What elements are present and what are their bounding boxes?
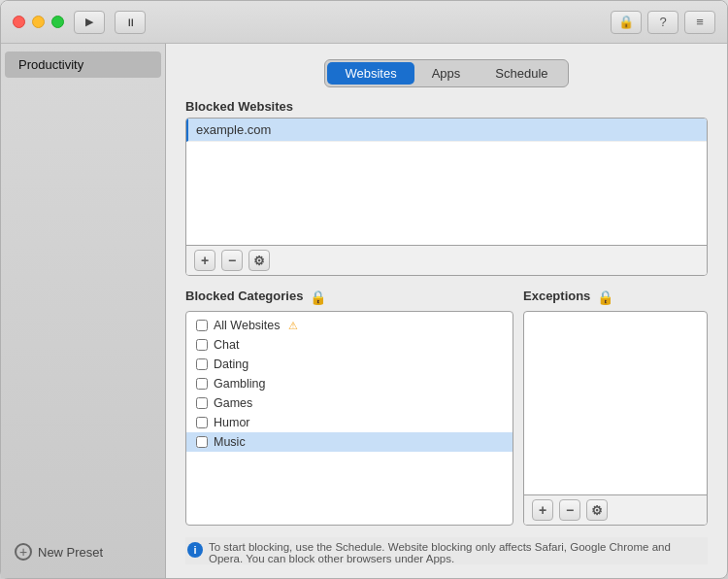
exceptions-section: Exceptions 🔒 + − ⚙ [523,288,708,526]
content-area: Websites Apps Schedule Blocked Websites … [166,44,727,578]
blocked-categories-label: Blocked Categories [185,289,303,303]
exceptions-lock-icon[interactable]: 🔒 [596,288,613,307]
close-button[interactable] [13,16,25,28]
category-item-dating: Dating [186,355,513,374]
exception-settings-button[interactable]: ⚙ [586,499,608,521]
lock-icon: 🔒 [618,15,634,29]
traffic-lights [13,16,64,28]
remove-exception-button[interactable]: − [559,499,580,521]
category-checkbox-humor[interactable] [196,417,208,428]
help-icon: ? [659,15,666,29]
pause-icon: ⏸ [125,17,136,28]
exceptions-label: Exceptions [523,289,590,303]
lock-button[interactable]: 🔒 [611,11,642,34]
exceptions-toolbar: + − ⚙ [524,494,707,525]
play-button[interactable]: ▶ [74,11,105,34]
blocked-websites-section: Blocked Websites example.com + − ⚙ [185,99,708,276]
new-preset-label: New Preset [38,545,103,560]
category-label: Humor [214,416,250,429]
sidebar-item-productivity[interactable]: Productivity [5,51,161,78]
maximize-button[interactable] [51,16,64,28]
menu-button[interactable]: ≡ [684,11,715,34]
category-checkbox-chat[interactable] [196,339,208,351]
add-exception-button[interactable]: + [532,499,553,521]
website-item[interactable]: example.com [186,119,707,142]
titlebar-right-controls: 🔒 ? ≡ [611,11,715,34]
category-label: All Websites [214,319,281,332]
category-label: Music [214,435,246,449]
category-item-allwebsites: All Websites ⚠ [186,316,513,335]
category-label: Gambling [214,377,266,391]
bottom-sections: Blocked Categories 🔒 All Websites ⚠ [185,288,708,526]
new-preset-button[interactable]: + New Preset [1,533,165,570]
tab-bar: Websites Apps Schedule [324,59,568,87]
category-item-music: Music [186,432,513,452]
info-icon: i [187,542,203,558]
website-settings-button[interactable]: ⚙ [248,250,270,271]
sidebar: Productivity + New Preset [1,44,166,578]
minimize-button[interactable] [32,16,45,28]
category-label: Games [214,396,252,410]
blocked-websites-label: Blocked Websites [185,99,708,114]
plus-circle-icon: + [15,543,32,561]
blocked-categories-section: Blocked Categories 🔒 All Websites ⚠ [185,288,513,526]
category-item-chat: Chat [186,335,513,355]
add-website-button[interactable]: + [194,250,215,271]
category-checkbox-games[interactable] [196,397,208,409]
help-button[interactable]: ? [647,11,678,34]
titlebar: ▶ ⏸ 🔒 ? ≡ [1,1,727,44]
tab-apps[interactable]: Apps [414,62,479,85]
websites-empty-area [186,142,707,229]
category-checkbox-allwebsites[interactable] [196,320,208,331]
tab-schedule[interactable]: Schedule [478,62,565,85]
play-icon: ▶ [85,16,93,28]
blocked-categories-header: Blocked Categories 🔒 [185,288,513,307]
main-window: ▶ ⏸ 🔒 ? ≡ Productivity + New Preset [0,0,728,579]
pause-button[interactable]: ⏸ [115,11,146,34]
menu-icon: ≡ [696,15,704,29]
websites-toolbar: + − ⚙ [186,245,707,275]
exceptions-empty-area [524,312,707,494]
categories-lock-icon[interactable]: 🔒 [309,288,326,307]
blocked-websites-box: example.com + − ⚙ [185,118,708,276]
exceptions-box: + − ⚙ [523,311,708,526]
tab-websites[interactable]: Websites [327,62,414,85]
warning-icon: ⚠ [288,320,298,332]
category-label: Chat [214,338,239,352]
categories-box: All Websites ⚠ Chat Dating [185,311,513,526]
category-item-games: Games [186,393,513,413]
exceptions-header: Exceptions 🔒 [523,288,708,307]
main-area: Productivity + New Preset Websites Apps … [1,44,727,578]
info-text: To start blocking, use the Schedule. Web… [209,541,706,564]
websites-list[interactable]: example.com [186,119,707,245]
category-label: Dating [214,358,248,371]
remove-website-button[interactable]: − [221,250,243,271]
sidebar-item-label: Productivity [18,57,83,72]
category-list: All Websites ⚠ Chat Dating [186,312,513,456]
category-checkbox-dating[interactable] [196,358,208,370]
category-item-gambling: Gambling [186,374,513,393]
info-bar: i To start blocking, use the Schedule. W… [185,537,708,564]
category-checkbox-music[interactable] [196,436,208,448]
category-item-humor: Humor [186,413,513,432]
category-checkbox-gambling[interactable] [196,378,208,390]
